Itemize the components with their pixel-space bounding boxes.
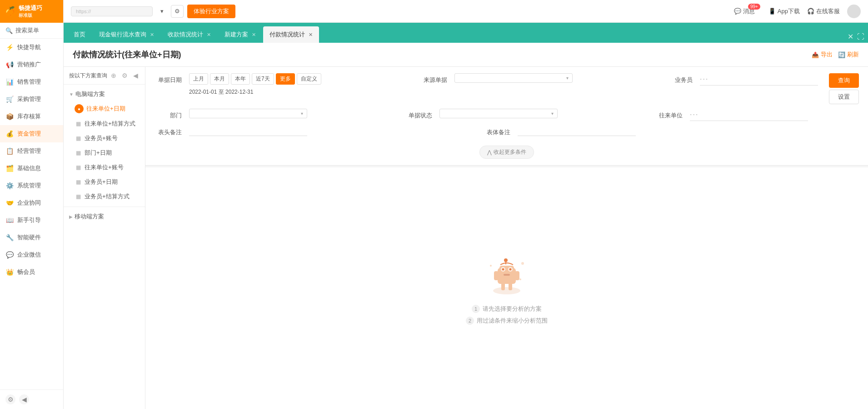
tab-close-3[interactable]: ✕ [252,32,256,38]
sidebar-item-purchase[interactable]: 🛒 采购管理 [0,91,63,108]
nav-icon-member: 👑 [5,268,14,276]
collapse-sidebar-icon[interactable]: ◀ [19,394,29,404]
filter-row-1: 单据日期 上月 本月 本年 近7天 更多 自定义 2022-01-01 至 20… [155,73,859,104]
svg-rect-10 [501,283,505,290]
doc-status-select[interactable]: ▾ [439,109,558,118]
sidebar-item-quick[interactable]: ⚡ 快捷导航 [0,39,63,56]
tab-close-4[interactable]: ✕ [309,32,313,38]
customer-service-btn[interactable]: 🎧 在线客服 [807,7,840,15]
mobile-group-header[interactable]: ▶ 移动端方案 [64,210,145,223]
desktop-group-label: 电脑端方案 [75,90,105,98]
table-body-note-input[interactable] [518,126,636,136]
collapse-label: 收起更多条件 [494,148,526,156]
settings-bottom-icon[interactable]: ⚙ [5,394,15,404]
sidebar-item-capital[interactable]: 💰 资金管理 [0,125,63,142]
expand-tab-icon[interactable]: ⛶ [857,33,864,41]
nav-label-collab: 企业协同 [17,199,41,207]
date-this-month-btn[interactable]: 本月 [210,73,229,85]
sidebar-item-inventory[interactable]: 📦 库存核算 [0,108,63,125]
mobile-chevron-icon: ▶ [69,214,73,219]
desktop-group-header[interactable]: ▼ 电脑端方案 [64,87,145,101]
collapse-conditions-btn[interactable]: ⋀ 收起更多条件 [479,146,534,159]
sidebar-item-sales[interactable]: 📊 销售管理 [0,73,63,91]
scheme-item-3[interactable]: ▦ 部门+日期 [64,146,145,160]
sidebar-item-system[interactable]: ⚙️ 系统管理 [0,177,63,194]
sidebar-item-wechat[interactable]: 💬 企业微信 [0,246,63,263]
refresh-btn[interactable]: 🔄 刷新 [838,50,859,59]
scheme-item-4[interactable]: ▦ 往来单位+账号 [64,160,145,175]
sidebar-item-basic[interactable]: 🗂️ 基础信息 [0,160,63,177]
scheme-item-0[interactable]: ● 往来单位+日期 [64,101,145,116]
sidebar-item-member[interactable]: 👑 畅会员 [0,263,63,281]
date-range: 2022-01-01 至 2022-12-31 [189,88,321,96]
filter-row-3: 表头备注 表体备注 [155,126,859,136]
scheme-settings-btn[interactable]: ⚙ [120,71,129,80]
tab-1[interactable]: 现金银行流水查询✕ [93,26,160,43]
partner-field[interactable]: ··· [690,109,808,121]
sidebar-search[interactable]: 🔍 搜索菜单 [0,23,63,39]
nav-icon-sales: 📊 [5,78,14,86]
sidebar: 🍊 畅捷通巧 标准版 🔍 搜索菜单 ⚡ 快捷导航 📢 营销推广 📊 销售管理 🛒… [0,0,64,409]
scheme-item-label-0: 往来单位+日期 [86,105,125,113]
salesperson-field[interactable]: ··· [700,73,818,86]
date-custom-btn[interactable]: 自定义 [297,73,321,85]
user-avatar[interactable] [847,5,861,18]
nav-label-hardware: 智能硬件 [17,233,41,242]
logo-text-area: 畅捷通巧 标准版 [19,4,42,19]
scheme-item-5[interactable]: ▦ 业务员+日期 [64,175,145,189]
logo-icon: 🍊 [5,6,16,17]
header-settings-btn[interactable]: ⚙ [171,5,184,18]
app-download-btn[interactable]: 📱 App下载 [768,7,800,15]
nav-label-capital: 资金管理 [17,130,41,138]
query-btn[interactable]: 查询 [829,73,859,88]
tab-2[interactable]: 收款情况统计✕ [161,26,217,43]
date-last-month-btn[interactable]: 上月 [189,73,208,85]
nav-icon-guide: 📖 [5,216,14,224]
sidebar-item-guide[interactable]: 📖 新手引导 [0,212,63,229]
sidebar-item-marketing[interactable]: 📢 营销推广 [0,56,63,73]
dept-select[interactable]: ▾ [189,109,307,118]
search-label: 搜索菜单 [15,26,39,35]
sidebar-item-hardware[interactable]: 🔧 智能硬件 [0,229,63,246]
scheme-item-6[interactable]: ▦ 业务员+结算方式 [64,189,145,204]
dept-label: 部门 [155,109,182,120]
nav-label-system: 系统管理 [17,182,41,190]
tab-close-2[interactable]: ✕ [207,32,211,38]
scheme-item-label-6: 业务员+结算方式 [85,192,130,201]
tabs-container: 首页现金银行流水查询✕收款情况统计✕新建方案✕付款情况统计✕ [67,26,319,43]
collapse-scheme-btn[interactable]: ◀ [131,71,140,80]
date-more-btn[interactable]: 更多 [276,73,295,85]
scheme-header-title: 按以下方案查询 [69,72,107,80]
source-select-arrow: ▾ [566,76,569,81]
scheme-header: 按以下方案查询 ⊕ ⚙ ◀ [64,67,145,85]
date-this-year-btn[interactable]: 本年 [231,73,250,85]
nav-icon-marketing: 📢 [5,61,14,69]
nav-items-container: ⚡ 快捷导航 📢 营销推广 📊 销售管理 🛒 采购管理 📦 库存核算 💰 资金管… [0,39,63,281]
tab-close-1[interactable]: ✕ [150,32,154,38]
sidebar-item-operation[interactable]: 📋 经营管理 [0,142,63,160]
page-header-actions: 📤 导出 🔄 刷新 [812,50,859,65]
close-tab-icon[interactable]: ✕ [848,32,853,41]
sidebar-item-collab[interactable]: 🤝 企业协同 [0,194,63,212]
nav-label-marketing: 营销推广 [17,61,41,69]
scheme-items-container: ● 往来单位+日期 ▦ 往来单位+结算方式 ▦ 业务员+账号 ▦ 部门+日期 ▦… [64,101,145,204]
address-dropdown-btn[interactable]: ▾ [156,6,167,17]
industry-btn[interactable]: 体验行业方案 [187,5,235,18]
filter-settings-btn[interactable]: 设置 [829,90,859,104]
add-scheme-btn[interactable]: ⊕ [110,71,118,80]
export-btn[interactable]: 📤 导出 [812,50,833,59]
app-download-label: App下载 [778,7,800,15]
scheme-icon-1: ▦ [75,120,82,127]
tab-4[interactable]: 付款情况统计✕ [263,26,319,43]
address-bar[interactable]: https:// [71,6,153,16]
notifications-btn[interactable]: 💬 消息 99+ [734,7,755,15]
tab-0[interactable]: 首页 [67,26,92,43]
scheme-item-1[interactable]: ▦ 往来单位+结算方式 [64,116,145,131]
date-7days-btn[interactable]: 近7天 [252,73,274,85]
source-select[interactable]: ▾ [454,73,573,83]
tip-text-1: 请先选择要分析的方案 [483,305,542,313]
scheme-item-2[interactable]: ▦ 业务员+账号 [64,131,145,146]
scheme-icon-5: ▦ [75,178,82,186]
table-header-note-input[interactable] [189,126,307,136]
tab-3[interactable]: 新建方案✕ [218,26,262,43]
